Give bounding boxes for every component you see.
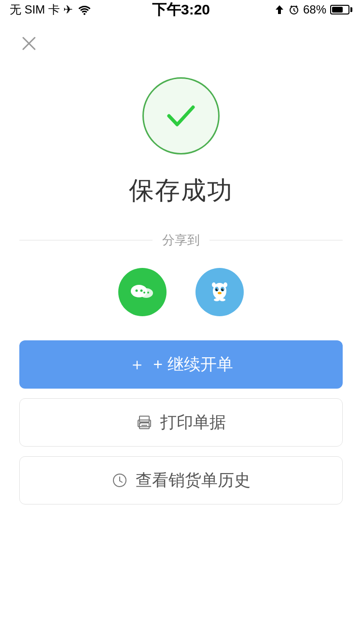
svg-point-11 [143,292,145,294]
share-label: 分享到 [162,232,200,249]
wechat-share-button[interactable] [118,268,167,316]
history-icon [111,472,128,489]
svg-line-2 [294,11,295,12]
alarm-icon [289,4,299,15]
share-icons [19,268,343,316]
svg-point-10 [140,290,143,292]
svg-point-28 [139,423,141,424]
continue-order-label: + 继续开单 [153,353,233,376]
svg-point-21 [214,298,220,301]
continue-order-button[interactable]: ＋ + 继续开单 [19,340,343,389]
svg-point-18 [217,289,218,290]
qq-share-button[interactable] [195,268,244,316]
main-content: 保存成功 分享到 [0,68,362,644]
share-section: 分享到 [19,232,343,316]
svg-point-22 [220,298,225,301]
status-bar: 无 SIM 卡 ✈ 下午3:20 68% [0,0,362,19]
battery-percentage: 68% [303,3,326,16]
svg-point-16 [216,289,218,291]
svg-rect-25 [139,416,149,422]
battery-icon [330,5,352,14]
status-left: 无 SIM 卡 ✈ [10,2,91,17]
svg-point-24 [223,282,227,287]
no-sim-text: 无 SIM 卡 ✈ [10,2,73,17]
svg-point-19 [223,289,223,290]
location-icon [274,4,285,15]
svg-line-33 [120,481,122,482]
success-title: 保存成功 [129,174,233,208]
close-button[interactable] [14,29,43,58]
print-button[interactable]: 打印单据 [19,398,343,447]
svg-point-20 [218,292,222,294]
wechat-icon [128,278,157,307]
history-label: 查看销货单历史 [136,469,251,491]
svg-point-23 [212,282,216,287]
print-icon [136,414,153,431]
status-right: 68% [274,3,352,16]
qq-icon [205,278,234,307]
share-divider: 分享到 [19,232,343,249]
wifi-icon [78,4,91,15]
print-label: 打印单据 [160,411,226,434]
plus-icon: ＋ [129,353,145,376]
action-buttons: ＋ + 继续开单 打印单据 [19,340,343,524]
success-icon-circle [142,77,220,154]
svg-point-9 [136,290,138,292]
checkmark-icon [162,97,200,135]
svg-point-12 [147,292,149,294]
status-time: 下午3:20 [152,0,210,20]
svg-point-17 [222,289,224,291]
history-button[interactable]: 查看销货单历史 [19,456,343,504]
